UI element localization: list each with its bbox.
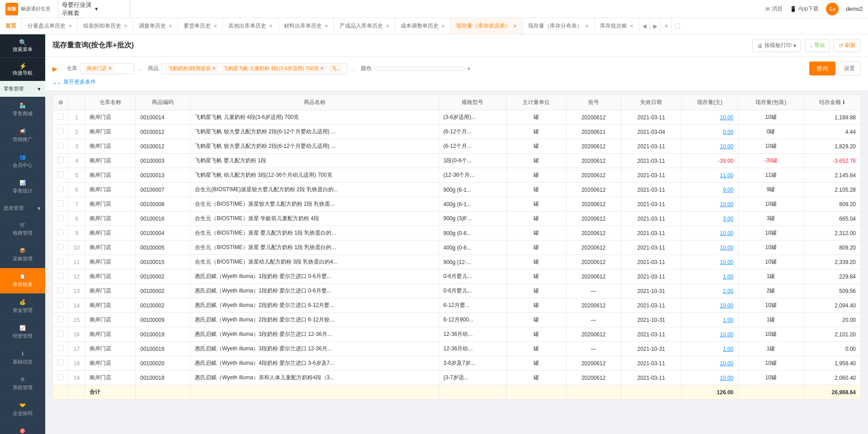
tab-diaobo-close[interactable]: ✕: [169, 24, 172, 28]
tab-pizhangz-close[interactable]: ✕: [630, 24, 633, 28]
filter-product-tag-1-close[interactable]: ✕: [212, 66, 216, 71]
tab-qita[interactable]: 其他出库单历史 ✕: [223, 18, 278, 34]
cell-stock-main[interactable]: 1.00: [681, 342, 738, 356]
sidebar-item-jingyingg[interactable]: 📈 经营管理: [0, 320, 45, 345]
cell-stock-main[interactable]: 10.00: [681, 110, 738, 125]
cell-unit: 罐: [507, 255, 566, 269]
cell-stock-main[interactable]: 10.00: [681, 298, 738, 313]
tab-fenpan[interactable]: 分量盘点单历史 ✕: [22, 18, 78, 34]
sidebar-item-lingshangcheng[interactable]: 🏪 零售商城: [0, 97, 45, 123]
cell-settings: [53, 168, 69, 183]
cell-stock-main[interactable]: 10.00: [681, 371, 738, 385]
sidebar-item-lingshoug[interactable]: 零售管理 ▼: [0, 81, 45, 97]
cell-unit: 罐: [507, 342, 566, 356]
sidebar-item-xinshou[interactable]: 🎯 新手引导: [0, 423, 45, 434]
cell-stock-main[interactable]: 11.00: [681, 168, 738, 183]
filter-product-more[interactable]: …: [350, 66, 355, 72]
sidebar-search[interactable]: 🔍 搜索菜单: [0, 34, 45, 57]
workspace-selector[interactable]: 母婴行业演示账套 ▾: [58, 0, 130, 19]
sidebar-item-huiyuan[interactable]: 👥 会员中心: [0, 149, 45, 175]
tab-chanchengpin[interactable]: 产成品入库单历史 ✕: [334, 18, 395, 34]
sidebar-item-yingxiao[interactable]: 📢 营销推广: [0, 123, 45, 149]
tab-zuzhangchai-close[interactable]: ✕: [124, 24, 127, 28]
tab-home[interactable]: 首页: [0, 18, 22, 34]
settings-label: 设置: [844, 65, 855, 71]
query-button[interactable]: 查询: [809, 61, 835, 75]
avatar[interactable]: Ea: [826, 3, 839, 15]
tab-chanchengpin-close[interactable]: ✕: [386, 24, 389, 28]
tab-prev-button[interactable]: ◀: [639, 18, 650, 34]
tab-yaohuo-close[interactable]: ✕: [213, 24, 217, 28]
download-button[interactable]: 📱 App下载: [790, 5, 819, 13]
tab-chenbentz-close[interactable]: ✕: [441, 24, 445, 28]
tab-close-all-button[interactable]: ✕: [661, 18, 672, 34]
tab-next-button[interactable]: ▶: [650, 18, 661, 34]
filter-warehouse-input[interactable]: 南岸门店 ✕: [80, 63, 134, 74]
filter-color-arrow[interactable]: ▾: [467, 66, 470, 72]
cell-stock-main[interactable]: 1.00: [681, 313, 738, 327]
tab-kucunfenbu-close[interactable]: ✕: [585, 24, 589, 28]
tab-chenbentz[interactable]: 成本调整单历史 ✕: [395, 18, 451, 34]
sidebar-item-pifag-arrow: ▼: [37, 206, 42, 211]
tab-qita-close[interactable]: ✕: [269, 24, 273, 28]
logo-initials: 标版: [7, 6, 16, 12]
cell-stock-main[interactable]: 10.00: [681, 226, 738, 241]
cell-stock-main[interactable]: 3.00: [681, 212, 738, 226]
tab-yaohuo[interactable]: 要货单历史 ✕: [178, 18, 223, 34]
refresh-button[interactable]: ↺ 刷新: [834, 39, 861, 52]
sidebar-item-zijin-label: 资金管理: [13, 307, 33, 314]
cell-stock-main[interactable]: 9.00: [681, 183, 738, 197]
export-button[interactable]: ↓ 导出: [805, 39, 830, 52]
tab-kucunkuang[interactable]: 现存量（库存状况表） ✕: [451, 18, 523, 34]
filter-expand-arrow[interactable]: ▶: [52, 65, 57, 72]
sidebar-item-qiyexietong[interactable]: 🤝 企业协同: [0, 397, 45, 423]
cell-stock-main[interactable]: 10.00: [681, 255, 738, 269]
cell-stock-pkg: 9罐: [738, 183, 804, 197]
filter-color-input[interactable]: [374, 67, 465, 71]
tab-cailiaochu-close[interactable]: ✕: [325, 24, 328, 28]
filter-product-tag-2-close[interactable]: ✕: [320, 66, 324, 71]
tab-pizhangz[interactable]: 库存批次账 ✕: [594, 18, 639, 34]
cell-unit: 罐: [507, 269, 566, 284]
filter-warehouse-more[interactable]: …: [137, 66, 142, 72]
sidebar-item-xitong[interactable]: ⚙ 系统管理: [0, 371, 45, 397]
cell-name: 惠氏启赋（Wyeth illuma）2段奶粉 爱尔兰进口 6-12月较...: [190, 313, 439, 327]
template-print-label: 按模板打印: [764, 42, 792, 49]
expand-more-button[interactable]: ⌄⌄ 展开更多条件: [52, 78, 861, 86]
cell-stock-main[interactable]: 2.00: [681, 284, 738, 298]
sidebar-item-caigou[interactable]: 📦 采购管理: [0, 242, 45, 268]
export-icon: ↓: [810, 42, 812, 49]
tab-fenpan-label: 分量盘点单历史: [28, 22, 66, 30]
template-print-button[interactable]: 🖨 按模板打印 ▾: [752, 39, 801, 52]
tab-kucunkuang-close[interactable]: ✕: [513, 24, 517, 28]
tab-expand-button[interactable]: ⛶: [672, 18, 683, 34]
sidebar-item-lingtongji[interactable]: 📊 零售统计: [0, 175, 45, 200]
sidebar-item-kucunhe[interactable]: 📋 库存核算: [0, 268, 45, 294]
message-button[interactable]: ✉ 消息: [765, 5, 783, 13]
cell-stock-main[interactable]: 10.00: [681, 197, 738, 212]
cell-stock-main[interactable]: 1.00: [681, 269, 738, 284]
tab-diaobo[interactable]: 调拨单历史 ✕: [133, 18, 178, 34]
cell-name: 合生元（BIOSTIME）派星 婴儿配方奶粉 1段 乳铁蛋白的...: [190, 241, 439, 255]
sidebar-item-dianshang[interactable]: 🛒 电商管理: [0, 217, 45, 242]
cell-stock-main[interactable]: 10.00: [681, 327, 738, 342]
sidebar-quicknav[interactable]: ⚡ 快捷导航: [0, 57, 45, 81]
sidebar-item-jichu[interactable]: ℹ 基础信息: [0, 345, 45, 371]
cell-no: 1: [69, 110, 85, 125]
cell-stock-main[interactable]: 10.00: [681, 356, 738, 371]
tab-cailiaochu[interactable]: 材料出库单历史 ✕: [278, 18, 334, 34]
tab-zuzhangchai[interactable]: 组装拆卸单历史 ✕: [78, 18, 133, 34]
sidebar-item-pifag[interactable]: 批发管理 ▼: [0, 200, 45, 217]
cell-batch: 20200612: [566, 371, 621, 385]
tab-kucunfenbu[interactable]: 现存量（库存分布表） ✕: [523, 18, 594, 34]
tab-kucunkuang-label: 现存量（库存状况表）: [456, 22, 510, 30]
cell-stock-main[interactable]: 10.00: [681, 139, 738, 154]
filter-warehouse-tag-close[interactable]: ✕: [108, 66, 112, 71]
filter-product-input[interactable]: 飞鹤奶粉3段两提装 ✕ 飞鹤星飞帆 儿童奶粉 4段(3-6岁适用) 700克 ✕…: [161, 63, 347, 74]
cell-stock-main[interactable]: 0.00: [681, 125, 738, 139]
cell-stock-main[interactable]: 10.00: [681, 241, 738, 255]
col-settings[interactable]: ⚙: [53, 95, 69, 110]
settings-button[interactable]: 设置: [838, 61, 861, 75]
sidebar-item-zijin[interactable]: 💰 资金管理: [0, 294, 45, 320]
tab-fenpan-close[interactable]: ✕: [68, 24, 72, 28]
